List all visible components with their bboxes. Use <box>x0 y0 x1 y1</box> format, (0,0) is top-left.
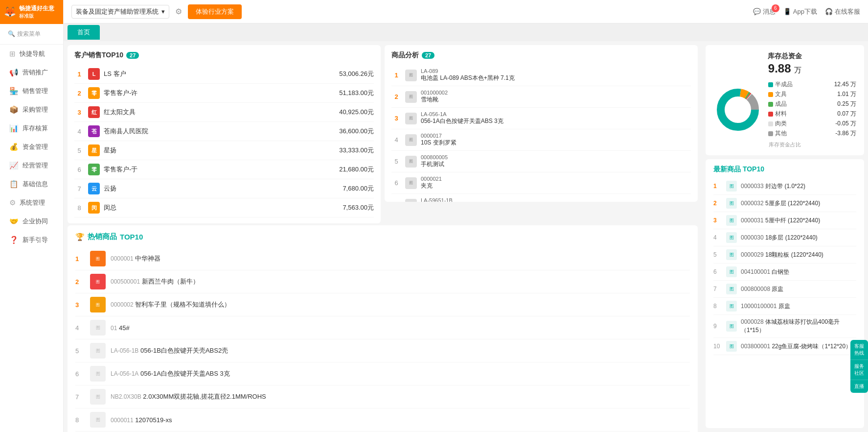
nav-icon-quick-nav: ⊞ <box>9 49 16 58</box>
legend-item: 材料 0.07 万 <box>768 110 856 118</box>
tab-home[interactable]: 首页 <box>68 25 100 40</box>
hot-name: 中华神器 <box>135 255 160 262</box>
newest-avatar: 图 <box>726 249 737 260</box>
product-sales-item: 4 图 0000017 10S 变刹罗紧 <box>391 129 691 151</box>
product-name: 10S 变刹罗紧 <box>421 139 457 147</box>
sidebar-item-basic-info[interactable]: 📋 基础信息 <box>0 175 63 193</box>
sidebar-search-area[interactable]: 🔍 搜索菜单 <box>0 24 63 45</box>
sidebar-nav: ⊞ 快捷导航📢 营销推广🏪 销售管理📦 采购管理📊 库存核算💰 资金管理📈 经营… <box>0 45 63 249</box>
rank-name: 零售客户-许 <box>104 89 335 97</box>
float-btn-service[interactable]: 客服 热线 <box>850 340 868 360</box>
nav-icon-purchase: 📦 <box>9 105 19 114</box>
hot-products-title: 🏆 热销商品 TOP10 <box>75 232 690 241</box>
rank-amount: 33,333.00元 <box>339 146 374 155</box>
newest-rank: 9 <box>713 323 722 330</box>
left-content: 客户销售TOP10 27 1 L LS 客户 53,006.26元 2 零 零售… <box>64 41 702 432</box>
search-menu-label: 搜索菜单 <box>17 30 41 38</box>
product-code: 000800005 <box>421 154 448 160</box>
hot-info: NB2.0X30B 2.0X30MM双搓花轴,搓花直径2.1MM/ROHS <box>111 392 690 401</box>
legend-name: 肉类 <box>775 120 833 128</box>
hot-product-item: 1 图 0000001 中华神器 <box>75 247 690 270</box>
hot-info: 01 45# <box>111 324 690 332</box>
search-menu-button[interactable]: 🔍 搜索菜单 <box>4 28 59 40</box>
nav-icon-finance: 💰 <box>9 143 19 151</box>
right-panel: 库存总资金 9.88 万 <box>702 41 868 432</box>
rank-avatar: 零 <box>88 87 100 99</box>
legend-dot <box>768 92 773 97</box>
legend-dot <box>768 82 773 87</box>
customer-rank-item: 1 L LS 客户 53,006.26元 <box>74 65 374 84</box>
message-btn[interactable]: 💬 消息 6 <box>753 7 776 16</box>
float-service: 客服 热线 服务 社区 直播 <box>850 340 868 393</box>
sidebar-item-purchase[interactable]: 📦 采购管理 <box>0 100 63 119</box>
legend-item: 半成品 12.45 万 <box>768 80 856 89</box>
product-rank-num: 3 <box>391 115 401 122</box>
nav-icon-marketing: 📢 <box>9 68 19 77</box>
trial-btn[interactable]: 体验行业方案 <box>188 4 242 19</box>
product-rank-num: 4 <box>391 136 401 144</box>
product-thumb: 图 <box>405 177 417 189</box>
sidebar-item-finance[interactable]: 💰 资金管理 <box>0 138 63 156</box>
inventory-value: 9.88 <box>768 62 791 75</box>
newest-avatar: 图 <box>726 321 737 332</box>
hot-code: 0000011 <box>111 417 134 424</box>
online-service-btn[interactable]: 🎧 在线客服 <box>825 7 860 16</box>
newest-product-item: 7 图 000800008 原盅 <box>713 281 856 298</box>
settings-icon[interactable]: ⚙ <box>175 7 182 16</box>
newest-title-text: 最新商品 <box>713 165 741 173</box>
product-info: 0000017 10S 变刹罗紧 <box>421 133 457 147</box>
product-rank-num: 6 <box>391 179 401 187</box>
product-name: 电池盖 LA-089 ABS本色+黑种 7.1克 <box>421 74 515 82</box>
product-sales-item: 7 图 LA-59651-1B 59651-1B旋转投影灯电池盒 ABS黑色+5… <box>391 194 691 202</box>
sidebar: 🦊 畅捷通好生意 标准版 🔍 搜索菜单 ⊞ 快捷导航📢 营销推广🏪 销售管理📦 … <box>0 0 64 432</box>
nav-label-basic-info: 基础信息 <box>23 180 48 189</box>
rank-avatar: 零 <box>88 164 100 175</box>
sidebar-item-cooperation[interactable]: 🤝 企业协同 <box>0 212 63 231</box>
sidebar-item-guide[interactable]: ❓ 新手引导 <box>0 231 63 249</box>
inventory-amount: 9.88 万 <box>713 62 856 75</box>
sidebar-item-system[interactable]: ⚙ 系统管理 <box>0 193 63 212</box>
customer-rank-title: 客户销售TOP10 27 <box>74 51 374 60</box>
product-code: 0000021 <box>421 176 442 182</box>
rank-medal: 2 <box>74 90 84 97</box>
product-thumb: 图 <box>405 91 417 103</box>
newest-product-item: 2 图 0000032 5厘多层 (1220*2440) <box>713 195 856 212</box>
legend-dot <box>768 102 773 107</box>
hot-rank: 8 <box>75 416 85 424</box>
float-btn-live[interactable]: 直播 <box>850 380 868 393</box>
sidebar-item-inventory[interactable]: 📊 库存核算 <box>0 119 63 138</box>
inventory-donut-chart <box>713 85 762 134</box>
customer-rank-item: 2 零 零售客户-许 51,183.00元 <box>74 84 374 103</box>
newest-info: 0000029 18颗粒板 (1220*2440) <box>741 251 856 259</box>
newest-product-item: 4 图 0000030 18多层 (1220*2440) <box>713 229 856 246</box>
product-info: LA-056-1A 056-1A白色按键开关盖ABS 3克 <box>421 111 503 125</box>
float-btn-community[interactable]: 服务 社区 <box>850 360 868 380</box>
app-download-btn[interactable]: 📱 App下载 <box>783 7 817 16</box>
customer-rank-item: 4 苍 苍南县人民医院 36,600.00元 <box>74 122 374 141</box>
product-info: 000800005 手机测试 <box>421 154 448 168</box>
newest-info: 003800001 22g鱼豆腐-烧烤味（1*12*20） <box>741 342 856 351</box>
newest-product-item: 6 图 004100001 白钢垫 <box>713 264 856 281</box>
hot-code: LA-056-1A <box>111 370 138 377</box>
hot-code: LA-056-1B <box>111 347 138 354</box>
legend-dot <box>768 121 773 126</box>
nav-icon-basic-info: 📋 <box>9 180 19 189</box>
newest-info: 000800008 原盅 <box>741 285 856 293</box>
sidebar-item-operation[interactable]: 📈 经营管理 <box>0 156 63 175</box>
customer-rank-section: 客户销售TOP10 27 1 L LS 客户 53,006.26元 2 零 零售… <box>68 45 381 223</box>
product-thumb: 图 <box>405 156 417 168</box>
sidebar-item-quick-nav[interactable]: ⊞ 快捷导航 <box>0 45 63 63</box>
inventory-chart-area: 半成品 12.45 万 文具 1.01 万 成品 0.25 万 材料 0.07 … <box>713 80 856 139</box>
system-selector[interactable]: 装备及固定资产辅助管理系统 ▾ <box>71 5 169 19</box>
newest-code: 0000032 <box>741 200 764 207</box>
sidebar-item-marketing[interactable]: 📢 营销推广 <box>0 63 63 82</box>
newest-code: 0000028 <box>741 318 764 325</box>
product-name: 手机测试 <box>421 160 448 168</box>
newest-name: 18多层 (1220*2440) <box>765 234 818 241</box>
product-name: 056-1A白色按键开关盖ABS 3克 <box>421 117 503 125</box>
product-thumb: 图 <box>405 134 417 146</box>
sidebar-item-sales[interactable]: 🏪 销售管理 <box>0 82 63 100</box>
rank-amount: 51,183.00元 <box>339 89 374 97</box>
newest-code: 004100001 <box>741 268 770 275</box>
hot-rank: 7 <box>75 393 85 401</box>
